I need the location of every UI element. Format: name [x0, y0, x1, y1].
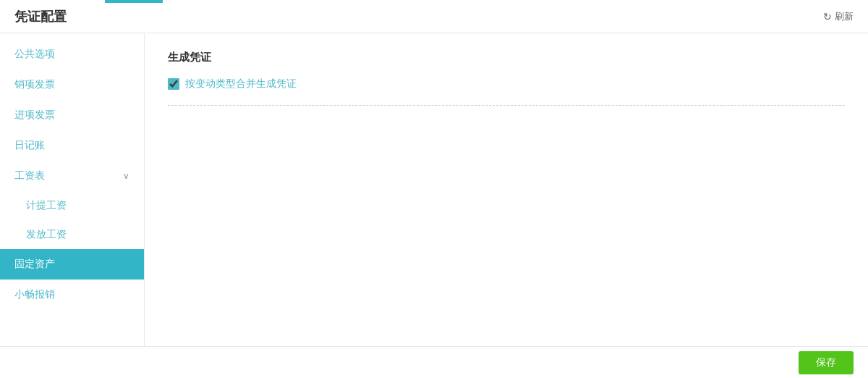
sidebar-item-pay-salary[interactable]: 发放工资 — [0, 220, 144, 249]
sidebar-item-purchase-invoice[interactable]: 进项发票 — [0, 100, 144, 130]
sidebar-item-payroll-table[interactable]: 工资表 ∨ — [0, 161, 144, 191]
sidebar-item-calc-salary[interactable]: 计提工资 — [0, 191, 144, 220]
save-button[interactable]: 保存 — [799, 351, 854, 374]
page-footer: 保存 — [0, 346, 868, 378]
content-area: 生成凭证 按变动类型合并生成凭证 — [145, 33, 868, 346]
section-divider — [168, 105, 845, 106]
refresh-label: 刷新 — [835, 10, 854, 23]
sidebar: 公共选项 销项发票 进项发票 日记账 工资表 ∨ 计提工资 发放工资 固定资产 … — [0, 33, 145, 346]
sidebar-item-journal[interactable]: 日记账 — [0, 130, 144, 161]
refresh-icon: ↻ — [823, 11, 832, 22]
section-title: 生成凭证 — [168, 51, 845, 64]
refresh-button[interactable]: ↻ 刷新 — [823, 10, 854, 23]
checkbox-row: 按变动类型合并生成凭证 — [168, 77, 845, 91]
merge-by-type-checkbox[interactable] — [168, 78, 179, 90]
main-layout: 公共选项 销项发票 进项发票 日记账 工资表 ∨ 计提工资 发放工资 固定资产 … — [0, 33, 868, 346]
page-header: 凭证配置 ↻ 刷新 — [0, 0, 868, 33]
sidebar-item-sales-invoice[interactable]: 销项发票 — [0, 70, 144, 100]
sidebar-item-expense-report[interactable]: 小畅报销 — [0, 280, 144, 310]
page-title: 凭证配置 — [14, 8, 67, 25]
chevron-down-icon: ∨ — [123, 171, 129, 181]
merge-by-type-label[interactable]: 按变动类型合并生成凭证 — [185, 77, 297, 91]
sidebar-item-fixed-assets[interactable]: 固定资产 — [0, 249, 144, 280]
sidebar-item-public-options[interactable]: 公共选项 — [0, 39, 144, 70]
